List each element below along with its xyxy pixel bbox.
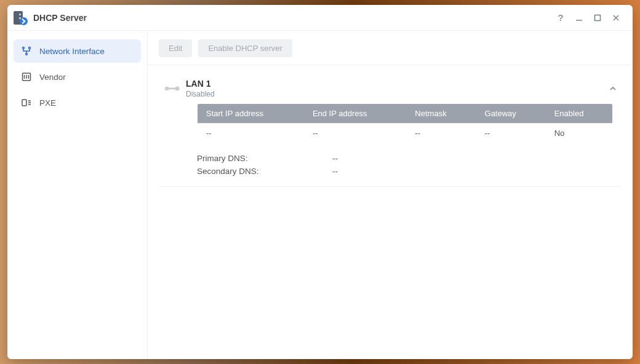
help-button[interactable]: ?: [551, 9, 570, 27]
interface-header[interactable]: LAN 1 Disabled: [159, 76, 622, 103]
cell-netmask: --: [406, 124, 476, 143]
table-row[interactable]: -- -- -- -- No: [198, 124, 613, 143]
svg-point-4: [23, 47, 25, 49]
cell-start-ip: --: [198, 124, 304, 143]
svg-rect-11: [22, 100, 26, 106]
sidebar-item-label: Network Interface: [39, 47, 105, 56]
sidebar-item-vendor[interactable]: Vendor: [14, 65, 141, 89]
cell-gateway: --: [476, 124, 546, 143]
col-end-ip: End IP address: [304, 104, 406, 124]
sidebar-item-label: PXE: [39, 98, 56, 108]
primary-dns-value: --: [332, 154, 338, 163]
svg-rect-13: [168, 88, 175, 90]
svg-rect-1: [595, 15, 601, 20]
sidebar-item-network-interface[interactable]: Network Interface: [14, 39, 141, 63]
table-header-row: Start IP address End IP address Netmask …: [198, 104, 613, 124]
col-enabled: Enabled: [546, 104, 613, 124]
primary-dns-label: Primary DNS:: [197, 154, 332, 163]
cell-end-ip: --: [304, 124, 406, 143]
interface-status: Disabled: [186, 90, 215, 98]
interface-section: LAN 1 Disabled Start IP address: [159, 71, 622, 187]
secondary-dns-row: Secondary DNS: --: [197, 165, 613, 178]
vendor-icon: [21, 71, 32, 82]
dhcp-range-table: Start IP address End IP address Netmask …: [197, 103, 613, 143]
pxe-icon: [21, 97, 32, 108]
window-title: DHCP Server: [33, 13, 87, 23]
app-window: DHCP Server ? Network Interface V: [7, 5, 633, 359]
sidebar-item-pxe[interactable]: PXE: [14, 91, 141, 114]
main-panel: Edit Enable DHCP server: [148, 31, 633, 359]
ethernet-port-icon: [159, 85, 186, 92]
maximize-button[interactable]: [588, 9, 607, 27]
network-icon: [21, 46, 32, 57]
edit-button[interactable]: Edit: [159, 39, 192, 57]
enable-dhcp-button[interactable]: Enable DHCP server: [198, 39, 292, 57]
secondary-dns-value: --: [332, 167, 338, 176]
secondary-dns-label: Secondary DNS:: [197, 167, 332, 176]
app-icon: [14, 11, 27, 25]
close-button[interactable]: [607, 9, 625, 27]
sidebar-item-label: Vendor: [39, 73, 66, 82]
col-gateway: Gateway: [476, 104, 546, 124]
interface-body: Start IP address End IP address Netmask …: [159, 103, 622, 178]
titlebar: DHCP Server ?: [7, 5, 633, 31]
minimize-button[interactable]: [570, 9, 588, 27]
svg-point-14: [175, 86, 179, 90]
svg-point-5: [29, 47, 31, 49]
col-start-ip: Start IP address: [198, 104, 304, 124]
sidebar: Network Interface Vendor PXE: [7, 31, 148, 359]
col-netmask: Netmask: [406, 104, 476, 124]
primary-dns-row: Primary DNS: --: [197, 152, 613, 165]
cell-enabled: No: [546, 124, 613, 143]
toolbar: Edit Enable DHCP server: [148, 31, 633, 65]
content-area: LAN 1 Disabled Start IP address: [148, 65, 633, 198]
svg-point-6: [26, 53, 28, 55]
collapse-toggle[interactable]: [604, 80, 622, 97]
dns-info: Primary DNS: -- Secondary DNS: --: [197, 152, 613, 178]
interface-name: LAN 1: [186, 79, 215, 89]
